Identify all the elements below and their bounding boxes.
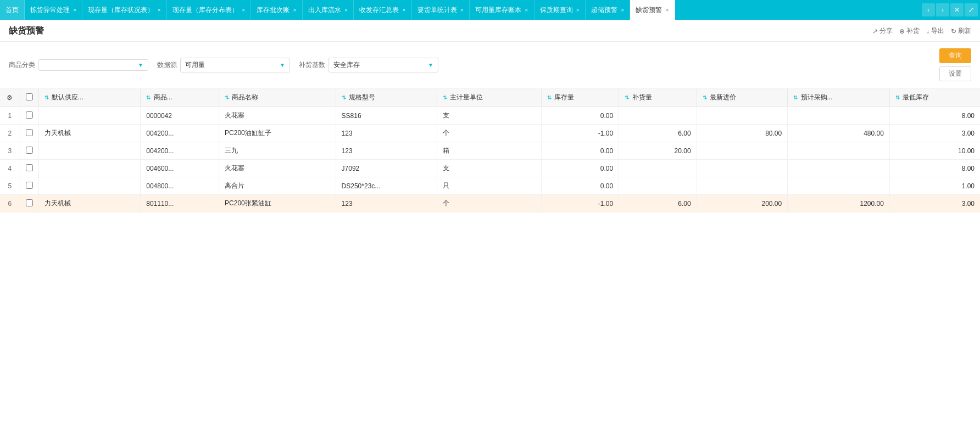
replenish-base-arrow-icon: ▼	[428, 62, 433, 68]
table-row: 10000042火花塞SS816支0.008.00	[0, 107, 980, 125]
close-tab-expiry-query-icon[interactable]: ×	[576, 7, 580, 13]
sort-price-icon: ⇅	[703, 94, 707, 100]
replenish-qty-cell-4	[619, 177, 697, 195]
row-checkbox-0[interactable]	[26, 111, 33, 119]
stock-cell-2: 0.00	[541, 142, 619, 160]
nav-tab-available-ledger[interactable]: 可用量库存账本×	[470, 0, 534, 20]
row-check-1[interactable]	[20, 125, 38, 142]
spec-cell-4: DS250*23c...	[336, 177, 437, 195]
replenish-qty-cell-2: 20.00	[619, 142, 697, 160]
datasource-select[interactable]: 可用量 ▼	[180, 58, 290, 72]
export-button[interactable]: ↓ 导出	[926, 26, 944, 36]
top-nav: 首页拣货异常处理×现存量（库存状况表）×现存量（库存分布表）×库存批次账×出入库…	[0, 0, 980, 20]
col-header-supplier[interactable]: ⇅ 默认供应...	[38, 88, 141, 107]
col-header-product-code[interactable]: ⇅ 商品...	[141, 88, 219, 107]
nav-tab-inventory-dist[interactable]: 现存量（库存分布表）×	[167, 0, 251, 20]
category-select[interactable]: ▼	[38, 59, 148, 71]
gear-icon[interactable]: ⚙	[7, 94, 13, 102]
replenish-button[interactable]: ⊕ 补货	[899, 26, 920, 36]
nav-tab-inventory-status[interactable]: 现存量（库存状况表）×	[82, 0, 166, 20]
unit-cell-5: 个	[437, 195, 542, 212]
query-button[interactable]: 查询	[939, 48, 971, 63]
latest-price-cell-1: 80.00	[697, 125, 788, 142]
table-header-row: ⚙ ⇅ 默认供应... ⇅ 商品... ⇅ 商品名称	[0, 88, 980, 107]
close-tab-overstock-icon[interactable]: ×	[621, 7, 624, 13]
header-actions: ↗ 分享 ⊕ 补货 ↓ 导出 ↻ 刷新	[872, 26, 971, 36]
product-code-cell-3: 004600...	[141, 160, 219, 177]
stock-cell-4: 0.00	[541, 177, 619, 195]
close-tab-batch-account-icon[interactable]: ×	[293, 7, 296, 13]
close-tab-receipt-summary-icon[interactable]: ×	[402, 7, 405, 13]
min-stock-cell-0: 8.00	[889, 107, 980, 125]
product-code-cell-4: 004800...	[141, 177, 219, 195]
spec-cell-1: 123	[336, 125, 437, 142]
nav-tab-shortage[interactable]: 缺货预警×	[630, 0, 675, 20]
col-header-stock[interactable]: ⇅ 库存量	[541, 88, 619, 107]
latest-price-cell-0	[697, 107, 788, 125]
select-all-checkbox[interactable]	[26, 93, 33, 100]
nav-tab-order-stats[interactable]: 要货单统计表×	[412, 0, 470, 20]
nav-tab-exception[interactable]: 拣货异常处理×	[25, 0, 82, 20]
nav-tab-batch-account[interactable]: 库存批次账×	[251, 0, 302, 20]
close-tab-inventory-dist-icon[interactable]: ×	[242, 7, 245, 13]
category-filter-group: 商品分类 ▼	[9, 59, 148, 71]
product-code-cell-2: 004200...	[141, 142, 219, 160]
row-check-3[interactable]	[20, 160, 38, 177]
close-tab-available-ledger-icon[interactable]: ×	[525, 7, 528, 13]
row-checkbox-5[interactable]	[26, 199, 33, 206]
share-button[interactable]: ↗ 分享	[872, 26, 893, 36]
row-checkbox-4[interactable]	[26, 182, 33, 189]
close-tab-order-stats-icon[interactable]: ×	[460, 7, 464, 13]
estimated-purchase-cell-0	[788, 107, 890, 125]
sort-code-icon: ⇅	[146, 94, 151, 100]
row-check-5[interactable]	[20, 195, 38, 212]
close-tab-exception-icon[interactable]: ×	[73, 7, 76, 13]
col-header-replenish-qty[interactable]: ⇅ 补货量	[619, 88, 697, 107]
stock-cell-0: 0.00	[541, 107, 619, 125]
row-check-2[interactable]	[20, 142, 38, 160]
row-checkbox-1[interactable]	[26, 129, 33, 136]
sort-min-icon: ⇅	[895, 94, 900, 100]
settings-button[interactable]: 设置	[939, 66, 971, 81]
row-checkbox-3[interactable]	[26, 164, 33, 171]
estimated-purchase-cell-1: 480.00	[788, 125, 890, 142]
close-tab-inventory-status-icon[interactable]: ×	[157, 7, 160, 13]
row-checkbox-2[interactable]	[26, 147, 33, 154]
page-title: 缺货预警	[9, 25, 44, 37]
sort-name-icon: ⇅	[225, 94, 229, 100]
col-header-spec[interactable]: ⇅ 规格型号	[336, 88, 437, 107]
row-check-0[interactable]	[20, 107, 38, 125]
nav-prev-button[interactable]: ‹	[922, 3, 935, 16]
nav-tab-expiry-query[interactable]: 保质期查询×	[534, 0, 586, 20]
latest-price-cell-3	[697, 160, 788, 177]
nav-close-button[interactable]: ✕	[950, 3, 964, 16]
latest-price-cell-2	[697, 142, 788, 160]
spec-cell-5: 123	[336, 195, 437, 212]
nav-tab-home[interactable]: 首页	[0, 0, 25, 20]
nav-maximize-button[interactable]: ⤢	[965, 3, 978, 16]
datasource-label: 数据源	[157, 60, 177, 70]
col-header-latest-price[interactable]: ⇅ 最新进价	[697, 88, 788, 107]
row-check-4[interactable]	[20, 177, 38, 195]
table-row: 3004200...三九123箱0.0020.0010.00	[0, 142, 980, 160]
replenish-base-select[interactable]: 安全库存 ▼	[328, 58, 438, 72]
col-header-estimated-purchase[interactable]: ⇅ 预计采购...	[788, 88, 890, 107]
replenish-base-value: 安全库存	[333, 60, 360, 70]
col-header-product-name[interactable]: ⇅ 商品名称	[219, 88, 336, 107]
data-table: ⚙ ⇅ 默认供应... ⇅ 商品... ⇅ 商品名称	[0, 88, 980, 212]
product-name-cell-4: 离合片	[219, 177, 336, 195]
nav-next-button[interactable]: ›	[936, 3, 949, 16]
nav-tab-receipt-summary[interactable]: 收发存汇总表×	[354, 0, 411, 20]
col-header-min-stock[interactable]: ⇅ 最低库存	[889, 88, 980, 107]
close-tab-inout-flow-icon[interactable]: ×	[344, 7, 348, 13]
unit-cell-2: 箱	[437, 142, 542, 160]
category-arrow-icon: ▼	[138, 62, 143, 68]
table-row: 2力天机械004200...PC200油缸缸子123个-1.006.0080.0…	[0, 125, 980, 142]
nav-tab-overstock[interactable]: 超储预警×	[586, 0, 630, 20]
refresh-button[interactable]: ↻ 刷新	[951, 26, 971, 36]
nav-tab-inout-flow[interactable]: 出入库流水×	[303, 0, 354, 20]
close-tab-shortage-icon[interactable]: ×	[665, 7, 669, 13]
col-header-settings[interactable]: ⚙	[0, 88, 20, 107]
row-num-1: 2	[0, 125, 20, 142]
col-header-unit[interactable]: ⇅ 主计量单位	[437, 88, 542, 107]
